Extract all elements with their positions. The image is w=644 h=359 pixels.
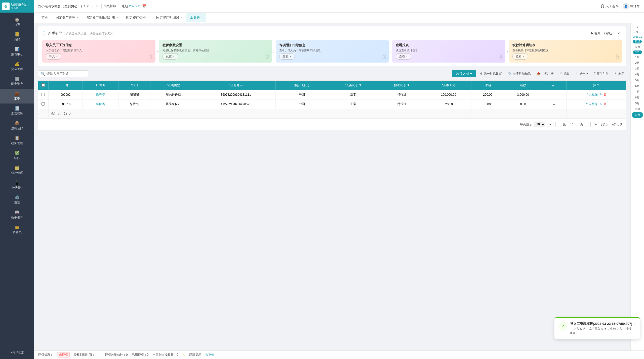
tab-fixed-assets[interactable]: 固定资产管理 × <box>52 13 82 22</box>
personal-insurance-link-2[interactable]: 个人社保 <box>586 102 598 106</box>
cal-month-9[interactable]: 9月 <box>632 100 643 106</box>
guide-step-2-btn[interactable]: 设置＞ <box>163 53 178 60</box>
allowance-1: 200.00 <box>471 90 504 99</box>
calendar-nav-up[interactable]: ▲ <box>635 25 640 30</box>
name-link-2[interactable]: 李俊杰 <box>96 102 105 106</box>
period-selector[interactable]: 账期 2023-11 📅 <box>122 4 146 9</box>
calendar-nav-down[interactable]: ▼ <box>635 30 640 35</box>
col-allowance: 津贴 <box>471 81 504 90</box>
export-icon: ⬇ <box>560 72 562 75</box>
cancel-fix-button[interactable]: ◀取消固定 <box>0 349 34 356</box>
status-2: 正常 <box>328 99 378 109</box>
guide-step-5-btn[interactable]: 查看＞ <box>512 53 528 60</box>
name-link-1[interactable]: 徐泽华 <box>96 93 105 96</box>
cal-month-5[interactable]: 5月 <box>632 77 643 83</box>
switch-version-button[interactable]: 切到旧版 <box>101 3 119 9</box>
cal-month-3[interactable]: 3月 <box>632 66 643 72</box>
per-page-select[interactable]: 10 20 50 <box>534 122 545 127</box>
row-checkbox-1[interactable] <box>42 93 45 96</box>
video-link[interactable]: ▶ 视频 <box>591 31 600 36</box>
sidebar-item-settings[interactable]: ⚙️ 设置 <box>0 192 34 207</box>
charge-link[interactable]: 去充值 <box>205 353 214 357</box>
sidebar-item-inventory[interactable]: 📦 进销台账 <box>0 118 34 133</box>
personal-insurance-link-1[interactable]: 个人社保 <box>586 93 598 96</box>
tab-depreciation[interactable]: 固定资产折旧统计表 × <box>82 13 122 22</box>
delete-icon-1[interactable]: 🗑 <box>604 93 607 96</box>
tab-payroll[interactable]: 工资表 × <box>186 13 206 22</box>
sidebar-item-closing[interactable]: ✅ 结账 <box>0 148 34 163</box>
guide-actions: ▶ 视频 ? 帮助 × <box>591 30 622 37</box>
sidebar-item-fixed-assets[interactable]: 🏢 固定资产 <box>0 74 34 89</box>
export-button[interactable]: ⬇ 导出 <box>558 71 571 77</box>
action-1: 个人社保 ✎ 🗑 <box>567 90 626 99</box>
last-page-button[interactable]: » <box>593 122 599 127</box>
guide-button[interactable]: ? 新手引导 <box>592 71 611 77</box>
user-profile[interactable]: 👤 徐泽华 <box>623 3 640 10</box>
sidebar-item-tax[interactable]: 📋 税务管理 <box>0 133 34 148</box>
add-person-button[interactable]: 添加人员 ▾ <box>452 70 476 77</box>
account-selector[interactable]: 刘小艳演示账套（勿删勿动！）1 ▾ <box>38 4 89 9</box>
sidebar-item-reports[interactable]: 📊 报表中心 <box>0 44 34 59</box>
cal-month-10[interactable]: 10月 <box>632 106 643 112</box>
guide-step-4-btn[interactable]: 查看＞ <box>396 53 411 60</box>
select-all-header <box>38 81 48 90</box>
ai-consult-button[interactable]: 🎧 人工咨询 <box>600 4 619 9</box>
sidebar: 会 畅捷通好会计 专业版 🏠 首页 📒 总账 📊 报表中心 💰 资金管理 🏢 固… <box>0 0 34 359</box>
select-all-checkbox[interactable] <box>42 83 45 87</box>
close-fixed-assets-tab[interactable]: × <box>77 16 78 19</box>
tab-home[interactable]: 首页 <box>38 13 52 22</box>
cal-month-12[interactable]: 12月 <box>632 44 643 50</box>
col-basic-salary: *基本工资 <box>426 81 471 90</box>
close-payroll-tab[interactable]: × <box>201 16 203 19</box>
first-page-button[interactable]: « <box>547 122 553 127</box>
sidebar-item-funds[interactable]: 💰 资金管理 <box>0 59 34 74</box>
cal-month-1[interactable]: 1月 <box>632 54 643 60</box>
delete-icon-2[interactable]: 🗑 <box>604 102 607 106</box>
calendar-year-badge: 2023 <box>633 40 641 43</box>
close-fixed-category-tab[interactable]: × <box>147 16 149 19</box>
toast-close-button[interactable]: × <box>634 322 636 326</box>
tab-fixed-category[interactable]: 固定资产类别 × <box>123 13 152 22</box>
sidebar-item-invoicing[interactable]: 🧾 发票管理 <box>0 104 34 118</box>
edit-icon-2[interactable]: ✎ <box>599 102 602 106</box>
prev-page-button[interactable]: ‹ <box>555 122 561 127</box>
cal-month-8[interactable]: 8月 <box>632 95 643 100</box>
search-input[interactable] <box>47 72 86 76</box>
social-insurance-button[interactable]: ⚙ 统一社保设置 <box>478 71 504 77</box>
nationality-1: 中国 <box>276 90 328 99</box>
cal-month-2[interactable]: 2月 <box>632 60 643 66</box>
page-number-input[interactable] <box>568 122 578 127</box>
allowance-button[interactable]: 📎 专项附加扣除 <box>506 71 533 77</box>
col-report-status[interactable]: 报送状态 ▼ <box>378 81 426 90</box>
cal-month-4[interactable]: 4月 <box>632 72 643 77</box>
col-performance: 绩效 <box>504 81 542 90</box>
tab-fixed-detail[interactable]: 固定资产明细账 × <box>153 13 186 22</box>
sidebar-item-payroll[interactable]: 💼 工资 <box>0 89 34 104</box>
sidebar-item-archive[interactable]: 🗂️ 归档管理 <box>0 163 34 178</box>
refresh-button[interactable]: ↻ 刷新 <box>613 71 626 77</box>
cal-month-11[interactable]: 11月 <box>632 112 643 118</box>
row-checkbox-2[interactable] <box>42 102 45 106</box>
close-depreciation-tab[interactable]: × <box>117 16 118 19</box>
sidebar-item-expense[interactable]: 📱 小畅报销 <box>0 178 34 192</box>
sidebar-item-ledger[interactable]: 📒 总账 <box>0 29 34 44</box>
col-status[interactable]: *人员状态 ▼ <box>328 81 378 90</box>
sidebar-item-home[interactable]: 🏠 首页 <box>0 15 34 29</box>
help-link[interactable]: ? 帮助 <box>603 31 612 36</box>
guide-step-3-btn[interactable]: 查看＞ <box>279 53 295 60</box>
next-page-button[interactable]: › <box>585 122 591 127</box>
operations-button[interactable]: ⋮ 操作 ▾ <box>573 71 590 77</box>
guide-step-1-btn[interactable]: 导入＞ <box>46 53 61 60</box>
cal-month-6[interactable]: 6月 <box>632 83 643 89</box>
user-avatar-icon: 👤 <box>624 5 628 8</box>
sidebar-item-guide[interactable]: 📖 新手引导 <box>0 207 34 222</box>
close-fixed-detail-tab[interactable]: × <box>181 16 182 19</box>
member-icon: 👑 <box>15 225 20 229</box>
cal-month-7[interactable]: 7月 <box>632 89 643 95</box>
performance-2: 0.00 <box>504 99 542 109</box>
sidebar-item-member[interactable]: 👑 畅会员 <box>0 222 34 237</box>
col-nationality: 国籍（地区） <box>276 81 328 90</box>
guide-close-button[interactable]: × <box>615 30 622 37</box>
edit-icon-1[interactable]: ✎ <box>599 93 602 96</box>
tax-report-button[interactable]: 📤 个税申报 <box>535 71 556 77</box>
